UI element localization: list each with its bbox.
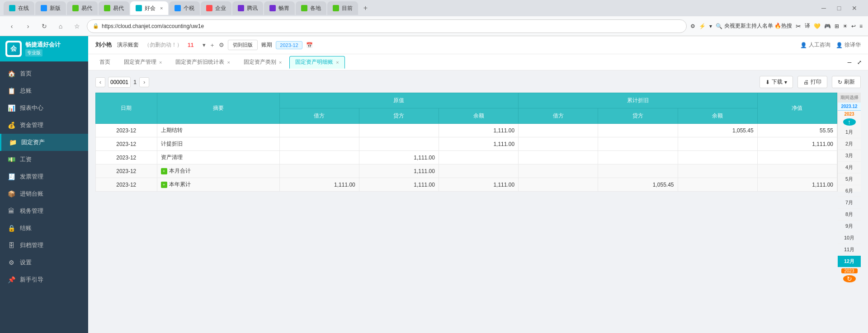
sidebar-item-close[interactable]: 🔒 结账 xyxy=(0,220,88,237)
top-bar-actions: ▾ ＋ ⚙ 切到旧版 账期 2023-12 📅 xyxy=(203,40,312,50)
sidebar-item-home[interactable]: 🏠 首页 xyxy=(0,65,88,82)
sidebar-item-ledger[interactable]: 📋 总账 xyxy=(0,82,88,99)
close-window-button[interactable]: ✕ xyxy=(848,2,861,14)
menu-icon[interactable]: ≡ xyxy=(859,23,863,29)
undo-icon[interactable]: ↩ xyxy=(851,23,856,29)
period-badge: 2023-12 xyxy=(276,41,302,49)
tab-close-icon-1[interactable]: × xyxy=(159,60,162,65)
tab-fixed-asset-detail[interactable]: 固定资产明细账 × xyxy=(289,56,344,69)
wallet-icon[interactable]: 💛 xyxy=(814,23,821,29)
add-account-icon[interactable]: ＋ xyxy=(209,41,215,49)
period-month-2[interactable]: 2月 xyxy=(838,138,861,150)
minimize-panel-button[interactable]: ─ xyxy=(846,59,853,66)
period-month-1[interactable]: 1月 xyxy=(838,127,861,138)
search-text[interactable]: 央视更新主持人名单 🔥热搜 xyxy=(724,22,792,30)
sidebar-item-tax[interactable]: 🏛 税务管理 xyxy=(0,202,88,220)
back-button[interactable]: ‹ xyxy=(5,20,18,33)
switch-version-button[interactable]: 切到旧版 xyxy=(228,40,258,50)
user-profile[interactable]: 👤 徐译华 xyxy=(836,41,861,49)
period-calendar-icon[interactable]: 📅 xyxy=(306,42,313,48)
reload-button[interactable]: ↻ xyxy=(38,20,51,33)
cell-dep-debit xyxy=(519,137,598,151)
page-code-input[interactable] xyxy=(108,77,131,88)
sidebar-item-tax-label: 税务管理 xyxy=(20,207,43,215)
cell-dep-balance xyxy=(678,137,757,151)
print-button[interactable]: 🖨 打印 xyxy=(797,76,827,88)
forward-button[interactable]: › xyxy=(22,20,34,33)
extensions-icon[interactable]: ⚙ xyxy=(690,23,695,29)
new-tab-button[interactable]: + xyxy=(359,2,372,14)
home-button[interactable]: ⌂ xyxy=(54,20,67,33)
browser-tab-7[interactable]: 企业 xyxy=(201,1,231,15)
maximize-button[interactable]: □ xyxy=(833,2,845,14)
download-button[interactable]: ⬇ 下载 ▾ xyxy=(760,76,793,88)
sidebar-item-settings[interactable]: ⚙ 设置 xyxy=(0,254,88,271)
browser-tab-5[interactable]: 好会 × xyxy=(130,1,168,15)
tab-close-icon-3[interactable]: × xyxy=(279,60,282,65)
browser-tab-3[interactable]: 易代 xyxy=(67,1,98,15)
tab-depreciation-stats[interactable]: 固定资产折旧统计表 × xyxy=(170,56,236,69)
sidebar-item-reports[interactable]: 📊 报表中心 xyxy=(0,99,88,117)
period-month-8[interactable]: 8月 xyxy=(838,209,861,220)
period-month-5[interactable]: 5月 xyxy=(838,174,861,185)
translate-icon[interactable]: 译 xyxy=(805,22,810,30)
scissors-icon[interactable]: ✂ xyxy=(796,23,801,30)
tab-home[interactable]: 首页 xyxy=(94,56,116,69)
browser-tab-8[interactable]: 腾讯 xyxy=(232,1,263,15)
sidebar-item-guide[interactable]: 📌 新手引导 xyxy=(0,271,88,288)
prev-page-button[interactable]: ‹ xyxy=(95,77,105,87)
refresh-button[interactable]: ↻ 刷新 xyxy=(832,76,861,88)
period-title: 期间选择 xyxy=(838,93,861,103)
ledger-icon: 📋 xyxy=(7,87,15,95)
browser-tab-10[interactable]: 各地 xyxy=(296,1,326,15)
sidebar-item-archive[interactable]: 🗄 归档管理 xyxy=(0,237,88,254)
tab-fixed-asset-type[interactable]: 固定资产类别 × xyxy=(238,56,288,69)
browser-tab-11[interactable]: 目前 xyxy=(327,1,358,15)
download-dropdown-icon[interactable]: ▾ xyxy=(784,79,787,85)
tab-close-icon-4[interactable]: × xyxy=(336,60,339,65)
browser-toolbar: ⚙ ⚡ ▾ 🔍 央视更新主持人名单 🔥热搜 ✂ 译 💛 🎮 ⊞ ☀ ↩ ≡ xyxy=(690,22,863,30)
invoice-icon: 🧾 xyxy=(7,173,15,181)
expand-panel-button[interactable]: ⤢ xyxy=(856,59,863,66)
cell-date: 2023-12 xyxy=(96,124,157,137)
game-icon[interactable]: 🎮 xyxy=(824,23,831,29)
minimize-button[interactable]: ─ xyxy=(817,2,830,14)
cell-dep-debit xyxy=(519,164,598,178)
period-month-7[interactable]: 7月 xyxy=(838,197,861,209)
period-month-10[interactable]: 10月 xyxy=(838,232,861,244)
sidebar-item-invoice[interactable]: 🧾 发票管理 xyxy=(0,168,88,185)
tab-close-icon-2[interactable]: × xyxy=(227,60,230,65)
period-month-12[interactable]: 12月 xyxy=(838,256,861,267)
period-month-6[interactable]: 6月 xyxy=(838,185,861,197)
refresh-period-button[interactable]: ↻ xyxy=(843,275,856,282)
sidebar-item-payroll[interactable]: 💵 工资 xyxy=(0,151,88,168)
browser-tab-6[interactable]: 个税 xyxy=(169,1,200,15)
next-page-button[interactable]: › xyxy=(139,77,149,87)
period-month-4[interactable]: 4月 xyxy=(838,162,861,174)
lightning-icon[interactable]: ⚡ xyxy=(699,23,706,29)
sun-icon[interactable]: ☀ xyxy=(843,23,848,29)
sidebar-item-fixed[interactable]: 📁 固定资产 xyxy=(0,134,88,151)
url-bar[interactable]: 🔒 https://cloud.chanjet.com/accounting/u… xyxy=(87,19,687,33)
cell-orig-credit: 1,111.00 xyxy=(359,178,439,192)
sidebar-item-inventory[interactable]: 📦 进销台账 xyxy=(0,185,88,202)
dropdown-icon[interactable]: ▾ xyxy=(709,23,712,29)
sidebar-item-funds[interactable]: 💰 资金管理 xyxy=(0,117,88,134)
browser-tab-2[interactable]: 新版 xyxy=(35,1,66,15)
browser-tab-1[interactable]: 在线 xyxy=(4,1,34,15)
period-month-9[interactable]: 9月 xyxy=(838,220,861,232)
period-month-11[interactable]: 11月 xyxy=(838,244,861,256)
browser-tab-4[interactable]: 易代 xyxy=(99,1,129,15)
scroll-up-button[interactable]: ↑ xyxy=(843,118,856,126)
bookmark-button[interactable]: ☆ xyxy=(71,20,83,33)
user-name: 刘小艳 xyxy=(95,41,112,49)
cell-dep-credit xyxy=(598,137,678,151)
account-dropdown-icon[interactable]: ▾ xyxy=(203,42,206,48)
settings-small-icon[interactable]: ⚙ xyxy=(219,42,224,48)
tab-close-icon[interactable]: × xyxy=(160,5,163,11)
service-button[interactable]: 👤 人工咨询 xyxy=(800,41,830,49)
tab-fixed-asset-mgmt[interactable]: 固定资产管理 × xyxy=(118,56,168,69)
browser-tab-9[interactable]: 畅胃 xyxy=(264,1,295,15)
period-month-3[interactable]: 3月 xyxy=(838,150,861,162)
grid-icon[interactable]: ⊞ xyxy=(835,23,839,29)
